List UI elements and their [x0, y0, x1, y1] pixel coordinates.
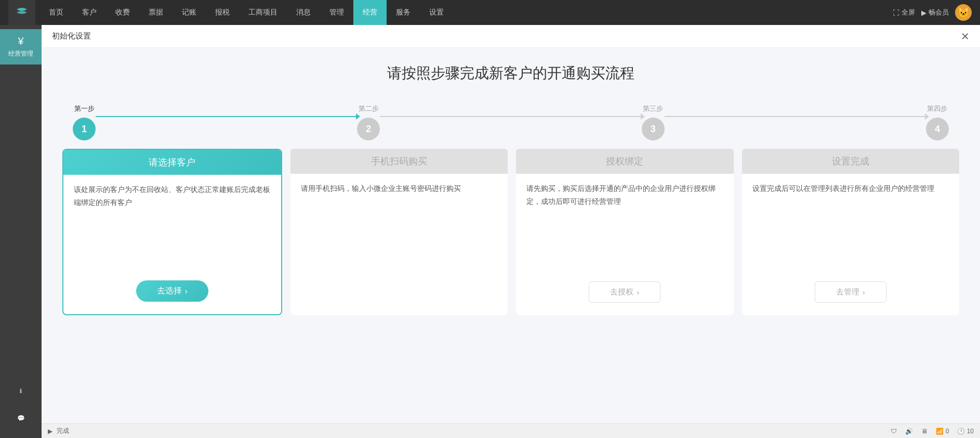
- nav-message[interactable]: 消息: [287, 0, 320, 25]
- nav-fee[interactable]: 收费: [106, 0, 139, 25]
- play-icon: ▶: [48, 428, 52, 435]
- volume-icon: 🔊: [905, 428, 913, 435]
- main-content: 初始化设置 ✕ 请按照步骤完成新客户的开通购买流程 第一步 1 第二步: [42, 25, 980, 438]
- support-icon: 💬: [17, 415, 25, 422]
- sidebar-download-icon[interactable]: ⬇: [0, 380, 42, 403]
- nav-settings[interactable]: 设置: [420, 0, 453, 25]
- time-status: 🕐 10: [957, 428, 974, 435]
- main-layout: ¥ 经营管理 ⬇ 💬 初始化设置 ✕ 请按照步骤完成新客户的开通购买流程: [0, 25, 980, 438]
- network-status: 📶 0: [936, 428, 949, 435]
- step-node-3: 第三步 3: [642, 104, 665, 140]
- step-label-1: 第一步: [74, 104, 95, 113]
- nav-service[interactable]: 服务: [387, 0, 420, 25]
- sidebar-bottom: ⬇ 💬: [0, 380, 42, 438]
- cards-row: 请选择客户 该处展示的客户为不在回收站、客户状态正常建账后完成老板端绑定的所有客…: [62, 149, 959, 315]
- play-icon: ▶: [921, 9, 926, 17]
- step-arrow-2: [641, 113, 645, 120]
- fullscreen-button[interactable]: ⛶ 全屏: [893, 8, 915, 17]
- avatar[interactable]: 🐱: [955, 4, 972, 21]
- nav-account[interactable]: 记账: [173, 0, 206, 25]
- card-header-2: 手机扫码购买: [290, 149, 508, 174]
- member-label: 畅会员: [929, 8, 949, 17]
- fullscreen-icon: ⛶: [893, 9, 899, 17]
- content-area: 请按照步骤完成新客户的开通购买流程 第一步 1 第二步 2: [42, 48, 980, 423]
- step-arrow-1: [356, 113, 360, 120]
- card-header-4: 设置完成: [742, 149, 960, 174]
- main-title: 请按照步骤完成新客户的开通购买流程: [62, 63, 959, 83]
- go-authorize-label: 去授权: [610, 287, 633, 297]
- nav-tax[interactable]: 报税: [206, 0, 239, 25]
- sidebar-item-operation[interactable]: ¥ 经营管理: [0, 29, 42, 65]
- step-line-3: [665, 116, 926, 117]
- monitor-icon: 🖥: [921, 428, 928, 435]
- page-title: 初始化设置: [52, 31, 91, 41]
- nav-invoice[interactable]: 票据: [139, 0, 173, 25]
- go-authorize-arrow: ›: [637, 288, 639, 297]
- card-footer-1: 去选择 ›: [74, 280, 271, 302]
- step-circle-4: 4: [926, 118, 949, 140]
- nav-operation[interactable]: 经营: [353, 0, 387, 25]
- step-arrow-3: [925, 113, 929, 120]
- step-circle-1: 1: [73, 118, 96, 140]
- status-bar: ▶ 完成 🛡 🔊 🖥 📶 0 🕐 10: [42, 423, 980, 438]
- card-header-1: 请选择客户: [63, 150, 281, 175]
- step-circle-2: 2: [357, 118, 380, 140]
- nav-right-area: ⛶ 全屏 ▶ 畅会员 🐱: [893, 4, 972, 21]
- nav-customer[interactable]: 客户: [73, 0, 106, 25]
- step-node-1: 第一步 1: [73, 104, 96, 140]
- status-right: 🛡 🔊 🖥 📶 0 🕐 10: [891, 428, 974, 435]
- sidebar-support-icon[interactable]: 💬: [0, 407, 42, 430]
- step-line-1: [96, 116, 357, 117]
- top-navigation: 首页 客户 收费 票据 记账 报税 工商项目 消息 管理 经营 服务 设置 ⛶ …: [0, 0, 980, 25]
- step-label-4: 第四步: [927, 104, 947, 113]
- card-body-3: 请先购买，购买后选择开通的产品中的企业用户进行授权绑定，成功后即可进行经营管理: [526, 182, 723, 273]
- go-select-arrow: ›: [185, 287, 188, 296]
- card-4: 设置完成 设置完成后可以在管理列表进行所有企业用户的经营管理 去管理 ›: [742, 149, 960, 315]
- card-body-2: 请用手机扫码，输入小微企业主账号密码进行购买: [301, 182, 498, 294]
- card-body-4: 设置完成后可以在管理列表进行所有企业用户的经营管理: [752, 182, 949, 273]
- card-3: 授权绑定 请先购买，购买后选择开通的产品中的企业用户进行授权绑定，成功后即可进行…: [516, 149, 734, 315]
- go-select-button[interactable]: 去选择 ›: [136, 280, 208, 302]
- steps-row: 第一步 1 第二步 2 第三步 3: [62, 104, 959, 140]
- fullscreen-label: 全屏: [902, 8, 915, 17]
- go-manage-label: 去管理: [836, 287, 859, 297]
- step-node-2: 第二步 2: [357, 104, 380, 140]
- download-icon: ⬇: [18, 388, 23, 395]
- step-label-3: 第三步: [643, 104, 663, 113]
- step-label-2: 第二步: [359, 104, 379, 113]
- step-line-2: [380, 116, 641, 117]
- card-1: 请选择客户 该处展示的客户为不在回收站、客户状态正常建账后完成老板端绑定的所有客…: [62, 149, 282, 315]
- operation-icon: ¥: [18, 35, 23, 47]
- nav-business[interactable]: 工商项目: [239, 0, 287, 25]
- status-text: 完成: [57, 427, 69, 435]
- card-header-3: 授权绑定: [516, 149, 734, 174]
- nav-logo: [8, 0, 35, 25]
- shield-icon: 🛡: [891, 428, 897, 435]
- close-button[interactable]: ✕: [961, 31, 970, 42]
- go-manage-arrow: ›: [863, 288, 865, 297]
- go-authorize-button[interactable]: 去授权 ›: [589, 281, 660, 303]
- sidebar: ¥ 经营管理 ⬇ 💬: [0, 25, 42, 438]
- nav-manage[interactable]: 管理: [320, 0, 353, 25]
- go-select-label: 去选择: [157, 286, 182, 297]
- page-header: 初始化设置 ✕: [42, 25, 980, 48]
- card-2: 手机扫码购买 请用手机扫码，输入小微企业主账号密码进行购买: [290, 149, 508, 315]
- card-body-1: 该处展示的客户为不在回收站、客户状态正常建账后完成老板端绑定的所有客户: [74, 183, 271, 272]
- sidebar-label: 经营管理: [8, 49, 33, 58]
- step-circle-3: 3: [642, 118, 665, 140]
- card-footer-4: 去管理 ›: [752, 281, 949, 303]
- step-node-4: 第四步 4: [926, 104, 949, 140]
- go-manage-button[interactable]: 去管理 ›: [815, 281, 886, 303]
- card-footer-3: 去授权 ›: [526, 281, 723, 303]
- nav-home[interactable]: 首页: [39, 0, 73, 25]
- member-button[interactable]: ▶ 畅会员: [921, 8, 949, 17]
